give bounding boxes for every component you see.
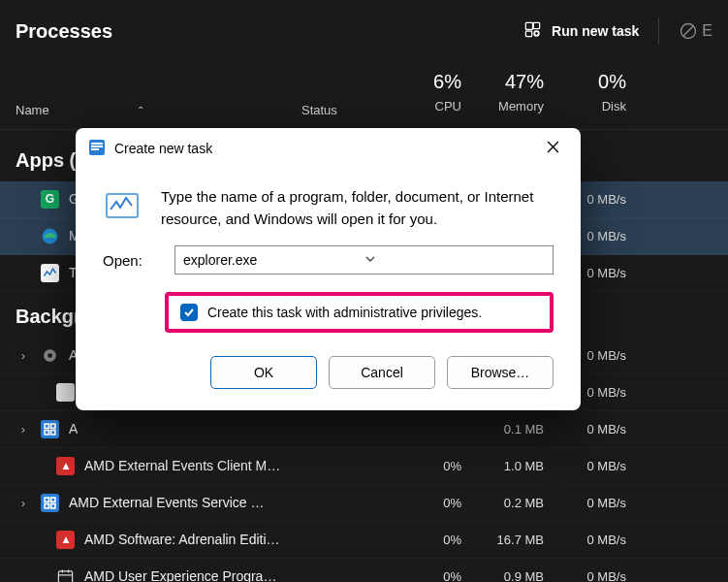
svg-rect-0: [525, 22, 532, 29]
process-memory: 0.1 MB: [481, 422, 563, 436]
table-header: Name ⌃ Status 6% CPU 47% Memory 0% Disk: [0, 66, 728, 130]
col-memory[interactable]: 47% Memory: [481, 66, 563, 117]
process-cpu: 0%: [398, 459, 481, 473]
toolbar-actions: Run new task E: [523, 17, 712, 45]
process-disk: 0 MB/s: [563, 569, 646, 582]
process-disk: 0 MB/s: [563, 422, 646, 436]
process-disk: 0 MB/s: [563, 496, 646, 510]
col-disk[interactable]: 0% Disk: [563, 66, 646, 117]
table-row[interactable]: › A 0.1 MB 0 MB/s: [0, 411, 728, 448]
svg-line-5: [683, 26, 693, 36]
process-memory: 1.0 MB: [481, 459, 563, 473]
process-name: AMD External Events Service …: [69, 495, 265, 510]
svg-rect-14: [51, 498, 55, 501]
process-cpu: 0%: [398, 496, 481, 510]
process-memory: 16.7 MB: [481, 533, 563, 547]
expand-toggle[interactable]: ›: [16, 496, 31, 510]
svg-point-8: [47, 353, 52, 358]
dialog-run-icon: [103, 186, 142, 230]
svg-rect-13: [45, 498, 48, 501]
process-cpu: 0%: [398, 533, 481, 547]
open-value: explorer.exe: [183, 252, 364, 268]
process-memory: 0.2 MB: [481, 496, 563, 510]
close-icon: [547, 141, 559, 153]
ok-button[interactable]: OK: [210, 356, 317, 389]
cpu-label: CPU: [398, 97, 461, 117]
process-name: AMD External Events Client M…: [84, 458, 280, 473]
memory-label: Memory: [481, 97, 544, 117]
right-truncated-button[interactable]: E: [679, 21, 712, 41]
svg-rect-2: [525, 31, 531, 37]
open-label: Open:: [103, 252, 153, 269]
svg-rect-1: [533, 22, 539, 28]
sort-caret-icon: ⌃: [137, 105, 144, 115]
process-memory: 0.9 MB: [481, 569, 563, 582]
col-name-label: Name: [16, 103, 49, 117]
disk-label: Disk: [563, 97, 626, 117]
disk-usage: 0%: [563, 66, 626, 97]
table-row[interactable]: › ▴ AMD External Events Client M… 0% 1.0…: [0, 448, 728, 485]
admin-privileges-label: Create this task with administrative pri…: [207, 305, 482, 320]
right-truncated-label: E: [702, 22, 712, 40]
svg-rect-17: [58, 571, 72, 582]
table-row[interactable]: › ▴ AMD Software: Adrenalin Editi… 0% 16…: [0, 522, 728, 559]
svg-rect-22: [91, 143, 103, 145]
admin-privileges-highlight: Create this task with administrative pri…: [165, 292, 554, 333]
process-name: A: [69, 421, 78, 436]
dialog-body-text: Type the name of a program, folder, docu…: [161, 186, 554, 230]
process-name: AMD Software: Adrenalin Editi…: [84, 532, 280, 547]
process-cpu: 0%: [398, 569, 481, 582]
svg-rect-23: [91, 146, 103, 147]
dialog-title: Create new task: [114, 141, 212, 156]
combobox-caret-icon[interactable]: [364, 252, 546, 268]
process-disk: 0 MB/s: [563, 459, 646, 473]
svg-rect-11: [45, 430, 48, 434]
process-disk: 0 MB/s: [563, 533, 646, 547]
run-new-task-button[interactable]: Run new task: [523, 20, 639, 42]
run-task-label: Run new task: [552, 23, 639, 39]
dialog-titlebar: Create new task: [76, 128, 581, 169]
close-button[interactable]: [539, 136, 567, 161]
create-new-task-dialog: Create new task Type the name of a progr…: [76, 128, 581, 410]
svg-rect-16: [51, 503, 55, 507]
table-row[interactable]: › AMD User Experience Progra… 0% 0.9 MB …: [0, 559, 728, 582]
expand-toggle[interactable]: ›: [16, 348, 31, 363]
col-name[interactable]: Name ⌃: [16, 103, 301, 117]
svg-rect-24: [91, 148, 99, 150]
expand-toggle[interactable]: ›: [16, 422, 31, 436]
svg-rect-9: [45, 424, 48, 428]
svg-rect-12: [51, 430, 55, 434]
table-row[interactable]: › AMD External Events Service … 0% 0.2 M…: [0, 485, 728, 522]
browse-button[interactable]: Browse…: [447, 356, 554, 389]
svg-rect-15: [45, 503, 48, 507]
memory-usage: 47%: [481, 66, 544, 97]
cpu-usage: 6%: [398, 66, 461, 97]
separator: [658, 17, 659, 45]
svg-rect-10: [51, 424, 55, 428]
toolbar: Processes Run new task E: [0, 0, 728, 66]
page-title: Processes: [16, 20, 112, 43]
run-task-icon: [523, 20, 542, 42]
col-status[interactable]: Status: [301, 103, 398, 117]
dialog-app-icon: [89, 140, 105, 158]
block-icon: [679, 21, 698, 41]
process-name: AMD User Experience Progra…: [84, 568, 276, 582]
open-combobox[interactable]: explorer.exe: [174, 245, 554, 275]
cancel-button[interactable]: Cancel: [329, 356, 435, 389]
admin-privileges-checkbox[interactable]: [180, 304, 198, 321]
col-cpu[interactable]: 6% CPU: [398, 66, 481, 117]
checkmark-icon: [183, 307, 195, 318]
